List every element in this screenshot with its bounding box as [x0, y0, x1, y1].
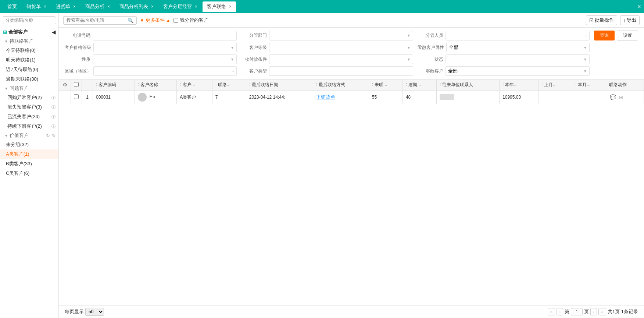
my-customer-check-input[interactable] — [173, 18, 178, 23]
col-customer-level[interactable]: : 客户... — [177, 80, 212, 91]
batch-operation-button[interactable]: ☑ 批量操作 — [586, 15, 617, 25]
sidebar-item-today[interactable]: 今天待联络(0) — [0, 46, 58, 55]
tab-sales-close[interactable]: × — [44, 4, 46, 9]
query-button[interactable]: 查询 — [594, 31, 615, 40]
chat-icon-button[interactable]: 💬 — [610, 94, 616, 100]
status-arrow: ▼ — [583, 57, 587, 61]
sidebar-item-unclassified-label: 未分组(32) — [6, 141, 29, 148]
tab-customer-layer-close[interactable]: × — [195, 4, 197, 9]
info-icon-4: ⓘ — [51, 124, 56, 129]
col-last-contact-method[interactable]: : 最后联络方式 — [313, 80, 369, 91]
payment-select[interactable]: ▼ — [269, 54, 413, 64]
gear-icon[interactable]: ⚙ — [63, 82, 67, 88]
collapse-icon[interactable]: ◀ — [52, 29, 56, 35]
row-checkbox[interactable] — [74, 94, 79, 99]
refresh-icon[interactable]: ↻ — [46, 133, 50, 138]
settings-col-header[interactable]: ⚙ — [59, 80, 71, 91]
tab-sales[interactable]: 销货单 × — [22, 1, 51, 12]
col-this-year[interactable]: : 本年... — [500, 80, 539, 91]
sidebar-item-declining[interactable]: 持续下滑客户(2) ⓘ — [0, 121, 58, 131]
col-overdue[interactable]: : 逾期... — [402, 80, 436, 91]
sidebar-item-c-class-label: C类客户(6) — [6, 170, 29, 177]
nature-select[interactable]: ▼ — [93, 54, 237, 64]
col-last-contact-date[interactable]: : 最后联络日期 — [246, 80, 313, 91]
page-number-input[interactable] — [571, 308, 583, 315]
tab-customer-layer[interactable]: 客户分层经营 × — [159, 1, 202, 12]
customer-type-input[interactable] — [269, 66, 413, 76]
sidebar-item-churn-warning[interactable]: 流失预警客户(3) ⓘ — [0, 102, 58, 112]
row-contact-count-cell: 7 — [212, 91, 246, 104]
row-checkbox-cell[interactable] — [71, 91, 82, 104]
filter-field-phone: 电话号码 — [65, 31, 237, 40]
sidebar-search-input[interactable] — [6, 18, 59, 23]
row-action-cell: 💬 ⊞ — [606, 91, 644, 104]
export-icon: ↑ — [623, 18, 626, 23]
retail-attr-value: 全部 — [449, 44, 458, 51]
sidebar-item-overdue[interactable]: 逾期未联络(30) — [0, 74, 58, 84]
sidebar-item-tomorrow[interactable]: 明天待联络(1) — [0, 55, 58, 65]
col-customer-code[interactable]: : 客户编码 — [93, 80, 135, 91]
settings-button[interactable]: 设置 — [617, 31, 638, 40]
tab-customer-contact[interactable]: 客户联络 × — [203, 1, 236, 12]
group-pending-contact[interactable]: ▼ 待联络客户 — [0, 37, 58, 46]
tab-goods-analysis-close[interactable]: × — [107, 4, 110, 9]
prev-page-button[interactable]: ‹ — [557, 308, 563, 315]
sidebar-item-b-class[interactable]: B类客户(33) — [0, 159, 58, 169]
dept-arrow: ▼ — [407, 33, 411, 38]
dept-select[interactable]: ▼ — [269, 31, 413, 40]
col-contact-count[interactable]: : 联络... — [212, 80, 246, 91]
col-customer-name[interactable]: : 客户名称 — [135, 80, 177, 91]
person-select[interactable]: ··· — [446, 31, 590, 40]
sidebar-search-box[interactable]: 🔍 — [3, 16, 56, 24]
group-problem-customer[interactable]: ▼ 问题客户 — [0, 84, 58, 93]
company-contact-block — [440, 94, 454, 100]
qr-icon-button[interactable]: ⊞ — [619, 94, 623, 100]
filter-search-input[interactable] — [67, 18, 126, 23]
first-page-button[interactable]: « — [548, 308, 555, 315]
tab-customer-contact-close[interactable]: × — [229, 4, 232, 9]
customer-level-select[interactable]: ▼ — [269, 43, 413, 52]
tab-goods-list-close[interactable]: × — [151, 4, 154, 9]
my-customer-checkbox[interactable]: 我分管的客户 — [173, 17, 208, 24]
filter-more-button[interactable]: ▼ 更多条件 ▲ — [140, 17, 171, 24]
page-unit-label: 页 — [584, 308, 589, 315]
last-method-link[interactable]: 下销货单 — [316, 94, 335, 100]
row-this-year-cell: 10995.00 — [500, 91, 539, 104]
tab-goods-analysis[interactable]: 商品分析 × — [81, 1, 114, 12]
col-no-contact[interactable]: : 未联... — [369, 80, 402, 91]
group-value-customer[interactable]: ▼ 价值客户 ↻ ✎ — [0, 131, 58, 140]
sidebar-item-c-class[interactable]: C类客户(6) — [0, 169, 58, 178]
sidebar-item-a-class-label: A类客户(1) — [6, 151, 29, 158]
edit-icon[interactable]: ✎ — [51, 133, 56, 138]
all-customers-header[interactable]: ⊞ 全部客户 ◀ — [0, 27, 58, 37]
col-last-month[interactable]: : 上月... — [539, 80, 572, 91]
checkbox-col-header[interactable] — [71, 80, 82, 91]
sidebar-item-unclassified[interactable]: 未分组(32) — [0, 140, 58, 149]
phone-input[interactable] — [93, 31, 237, 40]
export-button[interactable]: ↑ 导出 — [620, 15, 640, 25]
next-page-button[interactable]: › — [590, 308, 597, 315]
filter-bar-actions: ☑ 批量操作 ↑ 导出 — [586, 15, 640, 25]
col-this-month[interactable]: : 本月... — [572, 80, 606, 91]
price-level-select[interactable]: ▼ — [93, 43, 237, 52]
tab-purchase[interactable]: 进货单 × — [51, 1, 80, 12]
filter-field-retail: 零散客户 全部 ▼ — [418, 66, 590, 76]
region-select[interactable]: ··· — [93, 66, 237, 76]
sidebar-item-a-class[interactable]: A类客户(1) — [0, 149, 58, 159]
retail-attr-select[interactable]: 全部 ▼ — [446, 43, 590, 52]
tab-home[interactable]: 首页 — [3, 1, 21, 12]
last-page-button[interactable]: » — [598, 308, 606, 315]
close-window-button[interactable]: × — [637, 3, 641, 11]
sidebar-item-repurchase-abnormal[interactable]: 回购异常客户(2) ⓘ — [0, 93, 58, 102]
tab-purchase-close[interactable]: × — [73, 4, 76, 9]
retail-select[interactable]: 全部 ▼ — [446, 66, 590, 76]
status-select[interactable]: ▼ — [446, 54, 590, 64]
filter-search-box[interactable]: 🔍 — [63, 16, 137, 25]
row-last-method-cell[interactable]: 下销货单 — [313, 91, 369, 104]
col-company-contact[interactable]: : 往来单位联系人 — [436, 80, 499, 91]
sidebar-item-churned[interactable]: 已流失客户(24) ⓘ — [0, 112, 58, 121]
select-all-checkbox[interactable] — [74, 82, 79, 87]
sidebar-item-7days[interactable]: 近7天待联络(0) — [0, 65, 58, 74]
per-page-select[interactable]: 50 100 200 — [85, 308, 104, 316]
tab-goods-list[interactable]: 商品分析列表 × — [115, 1, 158, 12]
